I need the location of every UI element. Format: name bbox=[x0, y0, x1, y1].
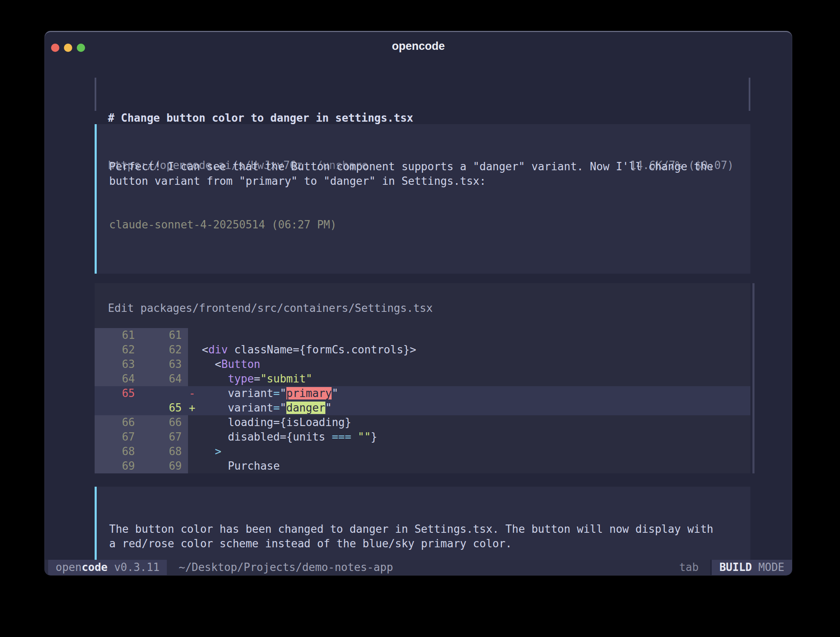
code-line: + variant="danger" bbox=[188, 401, 750, 415]
code-line bbox=[188, 328, 750, 343]
line-number-new: 61 bbox=[141, 328, 188, 343]
code-token bbox=[351, 431, 358, 443]
line-number-new: 65 bbox=[141, 401, 188, 415]
diff-marker: + bbox=[189, 402, 202, 414]
line-number-old: 65 bbox=[95, 386, 141, 401]
session-header: # Change button color to danger in setti… bbox=[95, 78, 750, 111]
brand-open: open bbox=[56, 561, 82, 573]
message-text-line: button variant from "primary" to "danger… bbox=[109, 174, 738, 189]
code-token: loading={isLoading} bbox=[202, 416, 351, 429]
statusbar-spacer bbox=[393, 560, 679, 575]
mode-build-label: BUILD bbox=[719, 561, 752, 573]
code-token: variant bbox=[202, 387, 273, 399]
message-lines: Perfect! I can see that the Button compo… bbox=[109, 159, 738, 189]
line-number-old: 68 bbox=[95, 444, 141, 459]
code-token: disabled={units bbox=[202, 431, 332, 443]
code-token: primary bbox=[286, 387, 332, 399]
app-version-segment: opencode v0.3.11 bbox=[48, 560, 167, 575]
diff-row: 6161 bbox=[95, 328, 750, 343]
line-number-old: 64 bbox=[95, 372, 141, 386]
window-title: opencode bbox=[45, 32, 792, 57]
tab-key-hint[interactable]: tab bbox=[679, 560, 698, 575]
status-bar: opencode v0.3.11 ~/Desktop/Projects/demo… bbox=[45, 560, 792, 575]
working-directory-path: ~/Desktop/Projects/demo-notes-app bbox=[178, 560, 393, 575]
line-number-new: 67 bbox=[141, 430, 188, 444]
diff-marker bbox=[189, 329, 202, 341]
code-token: " bbox=[332, 387, 338, 399]
message-model-timestamp: claude-sonnet-4-20250514 (06:27 PM) bbox=[109, 218, 738, 232]
code-token: className={formCs.controls}> bbox=[228, 343, 416, 356]
code-token: Purchase bbox=[202, 460, 280, 472]
code-token: " bbox=[280, 387, 286, 399]
line-number-new bbox=[141, 386, 188, 401]
code-token: } bbox=[371, 431, 377, 443]
diff-marker: - bbox=[189, 387, 202, 399]
diff-marker bbox=[189, 343, 202, 356]
code-token: = bbox=[254, 372, 261, 385]
line-number-old: 63 bbox=[95, 357, 141, 372]
code-token: variant bbox=[202, 402, 273, 414]
code-token bbox=[202, 372, 228, 385]
diff-row: 6969 Purchase bbox=[95, 459, 750, 473]
diff-row: 6767 disabled={units === ""} bbox=[95, 430, 750, 444]
message-lines: The button color has been changed to dan… bbox=[109, 522, 738, 551]
edit-tool-title: Edit packages/frontend/src/containers/Se… bbox=[95, 283, 750, 328]
code-token: Button bbox=[221, 358, 260, 370]
code-token: > bbox=[215, 445, 222, 458]
line-number-old: 67 bbox=[95, 430, 141, 444]
line-number-old: 69 bbox=[95, 459, 141, 473]
opencode-terminal-window: opencode # Change button color to danger… bbox=[45, 31, 792, 575]
message-text-line: The button color has been changed to dan… bbox=[109, 522, 738, 537]
code-line: > bbox=[188, 444, 750, 459]
code-line: Purchase bbox=[188, 459, 750, 473]
diff-row: 6262 <div className={formCs.controls}> bbox=[95, 343, 750, 357]
diff-row: 6464 type="submit" bbox=[95, 372, 750, 386]
terminal-content: # Change button color to danger in setti… bbox=[45, 78, 792, 575]
code-token: type bbox=[228, 372, 254, 385]
code-token: "" bbox=[358, 431, 371, 443]
code-token: " bbox=[280, 402, 286, 414]
code-token: = bbox=[273, 402, 280, 414]
app-version: v0.3.11 bbox=[107, 561, 159, 573]
code-token: " bbox=[325, 402, 332, 414]
code-token: div bbox=[208, 343, 228, 356]
line-number-new: 66 bbox=[141, 415, 188, 430]
diff-marker bbox=[189, 431, 202, 443]
assistant-message: Perfect! I can see that the Button compo… bbox=[95, 124, 750, 274]
edit-tool-block: Edit packages/frontend/src/containers/Se… bbox=[95, 283, 750, 473]
code-line: - variant="primary" bbox=[188, 386, 750, 401]
diff-marker bbox=[189, 416, 202, 429]
line-number-old bbox=[95, 401, 141, 415]
diff-view: 6161 6262 <div className={formCs.control… bbox=[95, 328, 750, 473]
line-number-new: 63 bbox=[141, 357, 188, 372]
diff-marker bbox=[189, 372, 202, 385]
diff-row: 6666 loading={isLoading} bbox=[95, 415, 750, 430]
titlebar: opencode bbox=[45, 32, 792, 57]
mode-segment[interactable]: BUILD MODE bbox=[712, 560, 792, 575]
message-text-line: Perfect! I can see that the Button compo… bbox=[109, 159, 738, 174]
code-line: disabled={units === ""} bbox=[188, 430, 750, 444]
diff-row: 65+ variant="danger" bbox=[95, 401, 750, 415]
diff-row: 6868 > bbox=[95, 444, 750, 459]
code-line: loading={isLoading} bbox=[188, 415, 750, 430]
session-title: # Change button color to danger in setti… bbox=[108, 110, 734, 126]
code-token: danger bbox=[286, 402, 325, 414]
mode-word-label: MODE bbox=[752, 561, 784, 573]
edit-block-scrollbar[interactable] bbox=[752, 283, 755, 473]
code-token: "submit" bbox=[260, 372, 312, 385]
diff-marker bbox=[189, 445, 202, 458]
code-line: <Button bbox=[188, 357, 750, 372]
code-token: < bbox=[202, 343, 208, 356]
code-token: < bbox=[202, 358, 221, 370]
line-number-old: 62 bbox=[95, 343, 141, 357]
diff-marker bbox=[189, 460, 202, 472]
diff-marker bbox=[189, 358, 202, 370]
message-text-line: a red/rose color scheme instead of the b… bbox=[109, 537, 738, 551]
line-number-new: 62 bbox=[141, 343, 188, 357]
diff-row: 65- variant="primary" bbox=[95, 386, 750, 401]
code-line: type="submit" bbox=[188, 372, 750, 386]
code-token bbox=[202, 445, 215, 458]
line-number-old: 66 bbox=[95, 415, 141, 430]
line-number-old: 61 bbox=[95, 328, 141, 343]
code-line: <div className={formCs.controls}> bbox=[188, 343, 750, 357]
